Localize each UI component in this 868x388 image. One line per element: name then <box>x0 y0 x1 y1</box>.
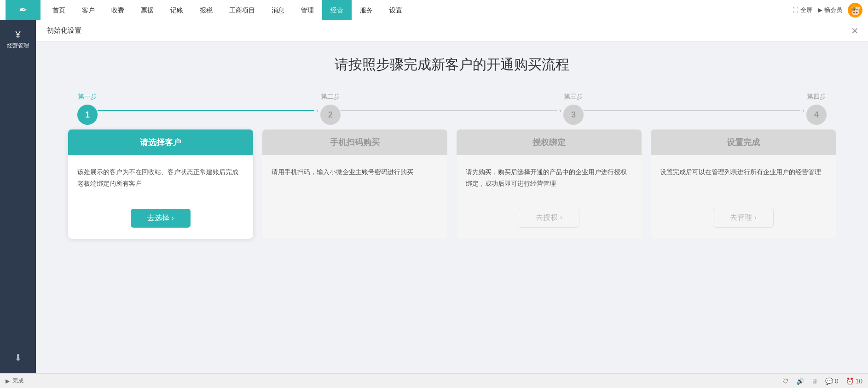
bottom-bar: ▶ 完成 🛡 🔊 🖥 💬 0 ⏰ 10 <box>0 373 868 388</box>
nav-operation[interactable]: 经营 <box>322 0 352 20</box>
status-label: 完成 <box>12 377 23 385</box>
steps-indicator: 第一步 1 › 第二步 2 › <box>64 93 840 125</box>
card-1-footer: 去选择 › <box>68 201 253 239</box>
step-1-label: 第一步 <box>78 93 97 101</box>
card-3-body: 请先购买，购买后选择开通的产品中的企业用户进行授权绑定，成功后即可进行经营管理 <box>457 155 642 200</box>
fullscreen-label: 全屏 <box>800 6 812 14</box>
nav-tax[interactable]: 报税 <box>191 0 221 20</box>
line-2-3: › <box>341 93 563 115</box>
main-content: 初始化设置 ✕ 请按照步骤完成新客户的开通购买流程 第一步 1 › <box>36 20 868 388</box>
step-4-col: 第四步 4 <box>806 93 827 125</box>
bottom-right: 🛡 🔊 🖥 💬 0 ⏰ 10 <box>782 377 862 385</box>
card-3: 授权绑定 请先购买，购买后选择开通的产品中的企业用户进行授权绑定，成功后即可进行… <box>457 129 642 239</box>
step-2-col: 第二步 2 <box>320 93 341 125</box>
card-3-btn[interactable]: 去授权 › <box>519 208 579 228</box>
top-nav: ✒ 首页 客户 收费 票据 记账 报税 工商项目 消息 管理 经营 服务 设置 … <box>0 0 868 20</box>
card-1: 请选择客户 该处展示的客户为不在回收站、客户状态正常建账后完成老板端绑定的所有客… <box>68 129 253 239</box>
logo: ✒ <box>6 0 41 20</box>
card-1-btn[interactable]: 去选择 › <box>131 209 191 228</box>
nav-message[interactable]: 消息 <box>263 0 293 20</box>
screen-icon: 🖥 <box>811 377 818 385</box>
logo-icon: ✒ <box>19 4 27 16</box>
bottom-status: ▶ 完成 <box>6 377 23 385</box>
sidebar: ¥ 经营管理 ⬇ 💬 <box>0 20 36 388</box>
connector-line-2 <box>341 110 557 111</box>
member-btn[interactable]: ▶ 畅会员 <box>818 6 842 14</box>
line-3-4: › <box>584 93 806 115</box>
nav-bookkeeping[interactable]: 记账 <box>162 0 191 20</box>
volume-icon: 🔊 <box>796 377 804 385</box>
arrow-2: › <box>559 106 561 115</box>
message-count: 💬 0 <box>825 377 839 385</box>
card-4-header: 设置完成 <box>651 129 836 155</box>
card-3-header: 授权绑定 <box>457 129 642 155</box>
step-3-circle: 3 <box>563 105 584 125</box>
layout: ¥ 经营管理 ⬇ 💬 初始化设置 ✕ 请按照步骤完成新客户的开通购买流程 <box>0 20 868 388</box>
shield-icon: 🛡 <box>782 377 789 385</box>
content-area: 请按照步骤完成新客户的开通购买流程 第一步 1 › 第二步 2 <box>36 41 868 253</box>
page-title: 请按照步骤完成新客户的开通购买流程 <box>64 55 840 74</box>
nav-invoice[interactable]: 票据 <box>133 0 162 20</box>
card-4-footer: 去管理 › <box>651 200 836 239</box>
connector-line-3 <box>584 110 800 111</box>
card-4: 设置完成 设置完成后可以在管理列表进行所有企业用户的经营管理 去管理 › <box>651 129 836 239</box>
avatar[interactable]: 🐮 <box>848 3 862 18</box>
line-1-2: › <box>98 93 320 115</box>
card-2-header: 手机扫码购买 <box>262 129 447 155</box>
sidebar-item-operation[interactable]: ¥ 经营管理 <box>0 25 36 54</box>
sub-header: 初始化设置 ✕ <box>36 20 868 41</box>
card-1-header: 请选择客户 <box>68 129 253 155</box>
nav-settings[interactable]: 设置 <box>381 0 411 20</box>
step-2-circle: 2 <box>320 105 341 125</box>
fullscreen-btn[interactable]: ⛶ 全屏 <box>793 6 812 14</box>
time-icon: ⏰ 10 <box>846 377 862 385</box>
member-label: 畅会员 <box>824 6 842 14</box>
play-icon: ▶ <box>818 6 822 13</box>
connector-line-1 <box>98 110 314 111</box>
step-1-col: 第一步 1 <box>77 93 98 125</box>
download-icon: ⬇ <box>14 352 22 363</box>
nav-customer[interactable]: 客户 <box>74 0 103 20</box>
arrow-3: › <box>802 106 804 115</box>
nav-business[interactable]: 工商项目 <box>221 0 263 20</box>
cards-row: 请选择客户 该处展示的客户为不在回收站、客户状态正常建账后完成老板端绑定的所有客… <box>64 129 840 239</box>
card-2-footer <box>262 220 447 239</box>
play-btn[interactable]: ▶ <box>6 378 10 384</box>
nav-manage[interactable]: 管理 <box>293 0 322 20</box>
fullscreen-icon: ⛶ <box>793 6 799 13</box>
card-4-body: 设置完成后可以在管理列表进行所有企业用户的经营管理 <box>651 155 836 200</box>
card-2: 手机扫码购买 请用手机扫码，输入小微企业主账号密码进行购买 <box>262 129 447 239</box>
nav-items: 首页 客户 收费 票据 记账 报税 工商项目 消息 管理 经营 服务 设置 <box>44 0 793 20</box>
step-4-label: 第四步 <box>807 93 826 101</box>
sidebar-item-label: 经营管理 <box>7 42 29 50</box>
yen-icon: ¥ <box>15 29 20 40</box>
card-4-btn[interactable]: 去管理 › <box>713 208 774 228</box>
nav-fee[interactable]: 收费 <box>103 0 133 20</box>
card-2-body: 请用手机扫码，输入小微企业主账号密码进行购买 <box>262 155 447 220</box>
card-1-body: 该处展示的客户为不在回收站、客户状态正常建账后完成老板端绑定的所有客户 <box>68 155 253 201</box>
sidebar-download[interactable]: ⬇ <box>12 347 24 368</box>
step-1-circle: 1 <box>77 105 98 125</box>
nav-service[interactable]: 服务 <box>352 0 381 20</box>
sub-header-title: 初始化设置 <box>47 26 81 35</box>
nav-home[interactable]: 首页 <box>44 0 74 20</box>
step-4-circle: 4 <box>806 105 827 125</box>
nav-right: ⛶ 全屏 ▶ 畅会员 🐮 <box>793 3 862 18</box>
step-3-label: 第三步 <box>564 93 583 101</box>
step-3-col: 第三步 3 <box>563 93 584 125</box>
arrow-1: › <box>316 106 318 115</box>
card-3-footer: 去授权 › <box>457 200 642 239</box>
avatar-icon: 🐮 <box>850 5 861 16</box>
close-button[interactable]: ✕ <box>851 25 859 36</box>
step-2-label: 第二步 <box>321 93 340 101</box>
